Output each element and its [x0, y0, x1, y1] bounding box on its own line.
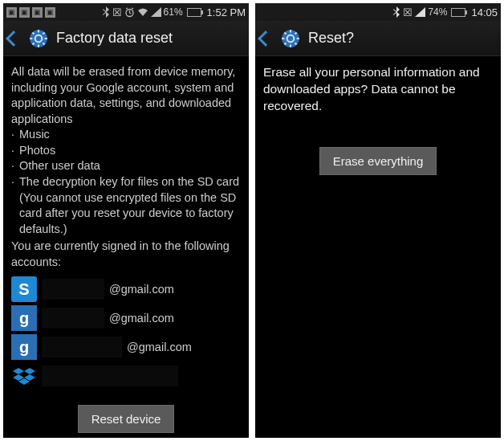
skype-icon: S [11, 276, 37, 302]
bullet-item: Photos [19, 143, 241, 159]
reset-device-button[interactable]: Reset device [78, 405, 175, 433]
bluetooth-icon [102, 6, 110, 18]
notif-icon: ▣ [19, 7, 30, 18]
svg-line-8 [43, 43, 44, 44]
status-bar: ▣ ▣ ▣ ▣ ☒ 61% 1:52 PM [3, 3, 249, 21]
account-row: g @gmail.com [11, 304, 241, 333]
battery-percent: 61% [164, 6, 183, 18]
battery-icon [451, 8, 465, 17]
clock: 14:05 [471, 6, 498, 18]
vibrate-icon: ☒ [403, 6, 413, 18]
content-area: Erase all your personal information and … [255, 56, 501, 438]
svg-line-10 [43, 32, 44, 34]
intro-text: All data will be erased from device memo… [11, 64, 241, 127]
notification-icons: ▣ ▣ ▣ ▣ [6, 7, 56, 18]
clock: 1:52 PM [207, 6, 246, 18]
google-icon: g [11, 334, 37, 360]
bullet-item: Other user data [19, 158, 241, 174]
bluetooth-icon [392, 6, 400, 18]
status-bar: ☒ 74% 14:05 [255, 3, 501, 21]
title-bar[interactable]: Reset? [255, 21, 501, 56]
redacted-name [42, 308, 104, 329]
right-screen: ☒ 74% 14:05 Reset? Erase all your person… [255, 3, 501, 438]
account-row: g @gmail.com [11, 333, 241, 361]
notif-icon: ▣ [45, 7, 55, 18]
title-bar[interactable]: Factory data reset [3, 21, 249, 56]
bottom-button-wrap: Reset device [3, 405, 249, 433]
redacted-name [42, 279, 104, 300]
erase-everything-button[interactable]: Erase everything [319, 147, 437, 175]
notif-icon: ▣ [6, 7, 17, 18]
svg-line-7 [32, 32, 34, 34]
svg-line-20 [295, 32, 296, 34]
email-suffix: @gmail.com [109, 282, 174, 298]
settings-gear-icon [279, 27, 302, 50]
redacted-name [42, 365, 178, 386]
dropbox-icon [11, 363, 37, 389]
body-text: Erase all your personal information and … [263, 64, 493, 115]
google-icon: g [11, 305, 37, 331]
notif-icon: ▣ [32, 7, 43, 18]
alarm-icon [124, 7, 135, 18]
svg-line-18 [295, 43, 296, 44]
account-row [11, 361, 241, 390]
paren-note: (You cannot use encrypted files on the S… [11, 190, 241, 238]
page-title: Factory data reset [56, 30, 173, 47]
wifi-icon [137, 7, 148, 17]
redacted-name [42, 337, 122, 357]
accounts-list: S @gmail.com g @gmail.com g @gmail.com [11, 275, 241, 390]
page-title: Reset? [308, 30, 354, 47]
email-suffix: @gmail.com [109, 311, 174, 327]
svg-line-9 [32, 43, 34, 44]
accounts-heading: You are currently signed in to the follo… [11, 239, 241, 270]
battery-icon [187, 8, 201, 17]
email-suffix: @gmail.com [127, 340, 192, 356]
signal-icon [415, 7, 425, 17]
back-icon[interactable] [6, 31, 22, 47]
account-row: S @gmail.com [11, 275, 241, 304]
svg-line-17 [284, 32, 286, 34]
bullet-item: The decryption key for files on the SD c… [19, 174, 241, 190]
signal-icon [151, 7, 161, 17]
battery-percent: 74% [428, 6, 447, 18]
left-screen: ▣ ▣ ▣ ▣ ☒ 61% 1:52 PM Factory data reset… [3, 3, 249, 438]
svg-line-19 [284, 43, 286, 44]
back-icon[interactable] [258, 31, 274, 47]
content-area: All data will be erased from device memo… [3, 56, 249, 438]
vibrate-icon: ☒ [112, 6, 122, 18]
bullet-item: Music [19, 127, 241, 143]
settings-gear-icon [27, 27, 50, 50]
